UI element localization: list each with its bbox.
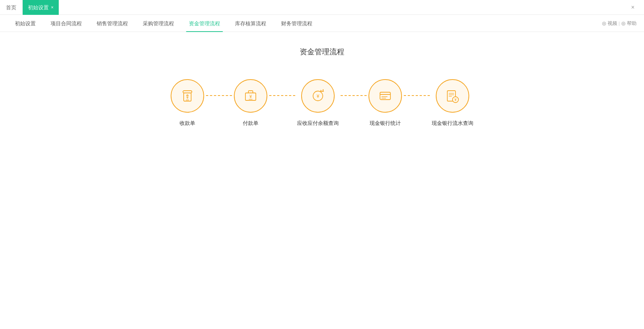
nav-item-inventory[interactable]: 库存核算流程 [228, 15, 274, 32]
connector-1 [204, 95, 234, 96]
nav-item-finance-mgmt[interactable]: 财务管理流程 [274, 15, 320, 32]
active-tab-label: 初始设置 [28, 0, 49, 15]
circle-icon: ◎ [602, 20, 606, 26]
nav-bar: 初始设置 项目合同流程 销售管理流程 采购管理流程 资金管理流程 库存核算流程 … [0, 15, 644, 32]
nav-items: 初始设置 项目合同流程 销售管理流程 采购管理流程 资金管理流程 库存核算流程 … [7, 15, 602, 32]
svg-rect-13 [380, 92, 390, 100]
flow-steps: ¥ 收款单 ¥ 付款单 [7, 79, 637, 127]
nav-item-capital-mgmt[interactable]: 资金管理流程 [181, 15, 228, 32]
connector-2 [267, 95, 297, 96]
step-receipt-label: 收款单 [180, 120, 195, 127]
receipt-icon: ¥ [179, 88, 196, 104]
video-link[interactable]: 视频 [608, 20, 617, 27]
active-tab[interactable]: 初始设置 × [23, 0, 59, 15]
nav-item-project-contract[interactable]: 项目合同流程 [43, 15, 89, 32]
step-payment[interactable]: ¥ 付款单 [234, 79, 267, 127]
connector-4 [402, 95, 432, 96]
step-ar-ap-balance[interactable]: ¥ 应收应付余额查询 [297, 79, 339, 127]
top-tab-bar: 首页 初始设置 × [0, 0, 644, 15]
window-controls: × [622, 0, 644, 15]
step-payment-circle: ¥ [234, 79, 267, 113]
step-ar-ap-circle: ¥ [301, 79, 335, 113]
active-tab-close-icon[interactable]: × [51, 0, 54, 15]
step-receipt[interactable]: ¥ 收款单 [171, 79, 204, 127]
flow-icon: ¥ [444, 88, 461, 104]
nav-item-initial-setup[interactable]: 初始设置 [7, 15, 43, 32]
step-cash-bank-flow[interactable]: ¥ 现金银行流水查询 [432, 79, 473, 127]
page-title: 资金管理流程 [7, 47, 637, 57]
circle-icon2: ◎ [621, 20, 625, 26]
separator: | [619, 20, 620, 26]
step-cash-bank-stats[interactable]: 现金银行统计 [368, 79, 402, 127]
connector-3 [339, 95, 368, 96]
nav-item-sales-mgmt[interactable]: 销售管理流程 [89, 15, 135, 32]
help-link[interactable]: 帮助 [627, 20, 637, 27]
svg-text:¥: ¥ [316, 93, 319, 99]
step-payment-label: 付款单 [243, 120, 258, 127]
close-button[interactable]: × [631, 4, 634, 11]
nav-right: ◎ 视频 | ◎ 帮助 [602, 20, 637, 27]
balance-icon: ¥ [310, 88, 326, 104]
nav-item-purchase-mgmt[interactable]: 采购管理流程 [135, 15, 181, 32]
main-content: 资金管理流程 ¥ 收款单 [0, 32, 644, 142]
step-cash-bank-stats-circle [368, 79, 402, 113]
home-tab[interactable]: 首页 [0, 0, 23, 15]
step-cash-bank-flow-label: 现金银行流水查询 [432, 120, 473, 127]
step-cash-bank-stats-label: 现金银行统计 [370, 120, 401, 127]
step-ar-ap-label: 应收应付余额查询 [297, 120, 339, 127]
step-receipt-circle: ¥ [171, 79, 204, 113]
svg-text:¥: ¥ [454, 98, 457, 102]
step-cash-bank-flow-circle: ¥ [436, 79, 469, 113]
payment-icon: ¥ [242, 88, 259, 104]
stats-icon [377, 88, 393, 104]
svg-text:¥: ¥ [249, 94, 252, 99]
